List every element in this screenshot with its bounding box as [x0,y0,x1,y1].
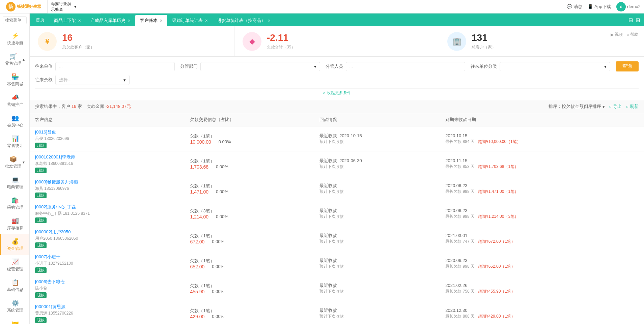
sidebar-item-label: 系统管理 [4,307,27,313]
filter-balance: 往来余额 选择... ▾ [35,75,130,85]
store-name: 母婴行业演示账套 [51,1,74,12]
video-link[interactable]: ▶ 视频 [611,32,623,37]
main-area: ⚡ 快捷导航 🛒 零售管理 ▲ 🏪 零售商城 📣 营销推广 [0,13,644,324]
overdue-link[interactable]: 超期¥672.00（1笔） [478,239,515,244]
tab-purchase-order[interactable]: 采购订单统计表 ✕ [167,15,213,26]
tab-customer-account[interactable]: 客户账本 ✕ [135,15,167,26]
unit-class-label: 往来单位分类 [471,63,497,69]
overdue-link[interactable]: 超期¥455.90（1笔） [478,289,515,294]
stat-total-customers: 🏢 131 总客户（家） ▶ 视频 ○ 帮助 [439,26,644,56]
customer-name[interactable]: [000001]黄思源 [35,304,65,309]
sidebar-item-batch-mgmt[interactable]: 📦 批发管理 ▼ [0,152,29,173]
avatar: d [616,2,626,11]
export-button[interactable]: ○ 导出 [609,104,622,110]
filter-dept: 分管部门 ▾ [180,62,320,71]
customer-meta: 服务中心_丁磊 181 0125 8371 [35,211,179,216]
sidebar-item-label: 电商管理 [4,184,27,190]
overdue-link[interactable]: 超期¥652.00（1笔） [478,264,515,269]
sidebar-item-finance[interactable]: 💰 资金管理 [0,234,29,255]
due-date-cell: 2020.11.15 最长欠款 853 天 超期¥1,703.68（1笔） [440,151,644,176]
recent-payment: 最近收款 2020-10-15 [319,133,435,139]
col-payment-status: 回款情况 [314,113,440,126]
customer-name[interactable]: [0003]畅捷服务尹海燕 [35,179,78,184]
user-avatar-btn[interactable]: d demo2 [616,2,641,11]
sidebar-item-retail-stats[interactable]: 📊 零售统计 [0,131,29,152]
sidebar-item-retail-mall[interactable]: 🏪 零售商城 [0,70,29,90]
overdue-link[interactable]: 超期¥10,000.00（1笔） [478,139,521,144]
customer-name[interactable]: [0016]吕俊 [35,129,56,135]
sidebar-item-quick-nav[interactable]: ⚡ 快捷导航 [0,29,29,49]
sidebar-item-retail-mgmt[interactable]: 🛒 零售管理 ▲ [0,49,29,70]
customer-name[interactable]: [0006]去下粮仓 [35,279,65,284]
customer-name[interactable]: [0007]小进干 [35,254,60,259]
debt-ratio: 0.00% [212,314,224,319]
sidebar-item-base-info[interactable]: 📋 基础信息 [0,275,29,296]
sidebar-item-member[interactable]: 👥 会员中心 [0,111,29,131]
store-selector[interactable]: 母婴行业演示账套 ▾ [47,0,101,14]
message-btn[interactable]: 💬 消息 [567,4,582,10]
close-icon[interactable]: ✕ [128,19,131,23]
chevron-down-icon: ▾ [314,64,316,69]
recent-payment: 最近收款 [319,183,435,189]
close-icon[interactable]: ✕ [268,19,271,23]
unit-class-select[interactable]: ▾ [500,62,610,71]
sidebar-item-inventory[interactable]: 🏭 库存核算 [0,214,29,234]
tab-product-shelf[interactable]: 商品上下架 ✕ [49,15,86,26]
sidebar-item-enterprise[interactable]: 🤝 企业协同 [0,317,29,324]
recent-payment: 最近收款 2020-06-30 [319,158,435,164]
table-row: [0007]小进干 小进干 18279152100 现款 欠款（1笔） 652.… [30,251,644,276]
overdue-link[interactable]: 超期¥1,214.00（3笔） [478,214,519,219]
tab-home[interactable]: 首页 [31,13,49,26]
sidebar-item-ecommerce[interactable]: 💻 电商管理 [0,173,29,193]
search-button[interactable]: 查询 [616,61,639,71]
retail-mgmt-icon: 🛒 [5,53,21,60]
sidebar-item-system[interactable]: ⚙️ 系统管理 [0,296,29,317]
debt-ratio: 0.00% [216,189,228,194]
search-input[interactable] [3,16,27,24]
debt-info-cell: 欠款（1笔） 672.00 0.00% [185,226,314,251]
dept-select[interactable]: ▾ [200,62,320,71]
sidebar-item-marketing[interactable]: 📣 营销推广 [0,90,29,111]
collapse-button[interactable]: ∧ 收起更多条件 [35,88,639,97]
sidebar-item-purchase[interactable]: 🛍️ 采购管理 [0,193,29,214]
recent-payment: 最近收款 [319,233,435,239]
diamond-icon: ◆ [243,32,261,51]
balance-label: 往来余额 [35,77,53,83]
close-icon[interactable]: ✕ [205,19,208,23]
sidebar-item-operation[interactable]: 📈 经营管理 [0,255,29,275]
refresh-button[interactable]: ○ 刷新 [626,104,639,110]
sidebar-item-label: 零售商城 [4,81,27,87]
sidebar-item-label: 经营管理 [4,266,27,272]
tab-collapse-icon[interactable]: ⊟ [628,17,633,23]
customer-meta: 陈小希 [35,286,179,291]
customer-name[interactable]: [000002]用户2050 [35,229,71,234]
overdue-date: 2020.06.23 [445,208,639,213]
from-unit-input[interactable]: ... [55,62,175,71]
app-download-btn[interactable]: 📱 App下载 [588,4,611,10]
customer-name[interactable]: [0002]服务中心_丁磊 [35,204,76,209]
balance-select[interactable]: 选择... ▾ [55,75,130,85]
customer-name[interactable]: [0001020001]李老师 [35,154,75,159]
overdue-link[interactable]: 超期¥1,703.68（1笔） [478,164,519,169]
overdue-link[interactable]: 超期¥1,471.00（1笔） [478,189,519,194]
tab-inventory-stats[interactable]: 进货单统计表（按商品） ✕ [213,15,275,26]
due-date-cell: 2021.02.26 最长欠款 750 天 超期¥455.90（1笔） [440,276,644,301]
sort-button[interactable]: 排序：按欠款金额倒序排序 ▾ [549,104,605,110]
recent-payment: 最近收款 [319,307,435,314]
overdue-date: 2020.12.30 [445,308,639,313]
tab-expand-icon[interactable]: ⊞ [636,17,640,23]
close-icon[interactable]: ✕ [160,19,163,23]
col-due-date: 到期未收款日期 [440,113,644,126]
help-link[interactable]: ○ 帮助 [627,32,638,37]
dept-label: 分管部门 [180,63,198,69]
message-label: 消息 [573,4,582,10]
customer-meta: 海燕 18513066976 [35,186,179,192]
person-input[interactable]: ... [346,62,465,71]
tab-production-history[interactable]: 产成品入库单历史 ✕ [86,15,135,26]
next-payment: 预计下次收款 [319,239,435,244]
debt-count: 欠款（1笔） [190,283,308,289]
next-payment: 预计下次收款 [319,189,435,195]
overdue-link[interactable]: 超期¥429.00（1笔） [478,314,515,319]
close-icon[interactable]: ✕ [78,19,81,23]
due-date-cell: 2020.12.30 最长欠款 808 天 超期¥429.00（1笔） [440,301,644,324]
